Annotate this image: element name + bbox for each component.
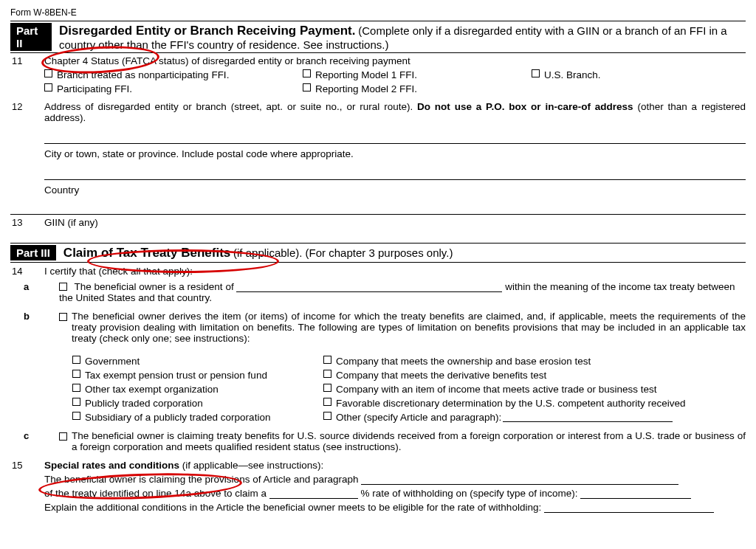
opt-label: Favorable discretionary determination by… — [336, 398, 686, 409]
part3-tag: Part III — [10, 245, 56, 260]
opt-label: Subsidiary of a publicly traded corporat… — [85, 412, 270, 423]
line-12-text-pre: Address of disregarded entity or branch … — [44, 101, 417, 112]
form-id: Form W-8BEN-E — [10, 7, 746, 18]
line-11: 11 Chapter 4 Status (FATCA status) of di… — [10, 53, 746, 99]
checkbox-us-branch[interactable] — [532, 69, 540, 77]
line-12-city: City or town, state or province. Include… — [10, 146, 746, 182]
line-13: 13 GIIN (if any) — [10, 214, 746, 243]
opt-label: Participating FFI. — [57, 83, 132, 94]
checkbox-tax-exempt-pension[interactable] — [72, 370, 80, 378]
line-15-head-rest: (if applicable—see instructions): — [179, 460, 323, 471]
line-15: 15 Special rates and conditions (if appl… — [10, 458, 746, 515]
other-article-blank[interactable] — [503, 412, 673, 422]
checkbox-participating-ffi[interactable] — [44, 83, 52, 92]
line-15-l2b: % rate of withholding on (specify type o… — [360, 488, 580, 499]
line-14a: a The beneficial owner is a resident of … — [10, 279, 746, 305]
opt-label: Publicly traded corporation — [85, 398, 203, 409]
line-14b-options: Government Tax exempt pension trust or p… — [10, 351, 746, 425]
part3-header: Part III Claim of Tax Treaty Benefits (i… — [10, 243, 746, 263]
line-15-num: 15 — [10, 460, 40, 513]
line-13-num: 13 — [10, 217, 40, 228]
checkbox-other-tax-exempt[interactable] — [72, 384, 80, 392]
opt-label: Government — [85, 356, 140, 367]
opt-label: Company with an item of income that meet… — [336, 384, 656, 395]
line-11-label: Chapter 4 Status (FATCA status) of disre… — [44, 55, 746, 66]
opt-label: Tax exempt pension trust or pension fund — [85, 370, 267, 381]
city-input-area[interactable] — [44, 159, 746, 180]
checkbox-other-specify[interactable] — [323, 412, 331, 420]
line-15-l2a: of the treaty identified on line 14a abo… — [44, 488, 269, 499]
line-11-num: 11 — [10, 55, 40, 94]
checkbox-14b[interactable] — [59, 313, 67, 321]
checkbox-reporting-model-2[interactable] — [303, 83, 311, 92]
line-14b-letter: b — [10, 311, 55, 344]
resident-of-blank[interactable] — [236, 282, 502, 292]
part3-sub: (if applicable). (For chapter 3 purposes… — [233, 246, 453, 259]
opt-label: U.S. Branch. — [544, 69, 601, 80]
city-label: City or town, state or province. Include… — [44, 148, 354, 159]
part3-title: Claim of Tax Treaty Benefits — [63, 246, 230, 260]
checkbox-favorable-discretionary[interactable] — [323, 398, 331, 406]
line-12-text-bold: Do not use a P.O. box or in-care-of addr… — [417, 101, 633, 112]
line-14b: b The beneficial owner derives the item … — [10, 308, 746, 346]
line-13-label: GIIN (if any) — [44, 217, 98, 228]
checkbox-government[interactable] — [72, 356, 80, 364]
checkbox-nonparticipating-ffi[interactable] — [44, 69, 52, 77]
checkbox-publicly-traded[interactable] — [72, 398, 80, 406]
checkbox-14a[interactable] — [59, 283, 67, 291]
opt-label: Company that meets the ownership and bas… — [336, 356, 591, 367]
line-14-label: I certify that (check all that apply): — [40, 266, 746, 277]
line-12-num: 12 — [10, 101, 40, 144]
checkbox-subsidiary-ptc[interactable] — [72, 412, 80, 420]
line-15-head-bold: Special rates and conditions — [44, 460, 179, 471]
part2-title: Disregarded Entity or Branch Receiving P… — [59, 24, 356, 38]
line-14a-pre: The beneficial owner is a resident of — [75, 281, 237, 292]
checkbox-reporting-model-1[interactable] — [303, 69, 311, 77]
checkbox-ownership-base-erosion[interactable] — [323, 356, 331, 364]
opt-label: Company that meets the derivative benefi… — [336, 370, 546, 381]
line-14a-letter: a — [10, 281, 55, 303]
part2-header: Part II Disregarded Entity or Branch Rec… — [10, 21, 746, 53]
checkbox-active-trade-business[interactable] — [323, 384, 331, 392]
rate-blank[interactable] — [269, 488, 358, 499]
country-label: Country — [44, 184, 79, 196]
income-type-blank[interactable] — [580, 488, 691, 499]
line-14c-letter: c — [10, 430, 55, 452]
conditions-blank[interactable] — [544, 503, 714, 513]
line-14b-text: The beneficial owner derives the item (o… — [72, 311, 746, 344]
checkbox-derivative-benefits[interactable] — [323, 370, 331, 378]
line-15-l3: Explain the additional conditions in the… — [44, 502, 544, 513]
line-15-l1: The beneficial owner is claiming the pro… — [44, 474, 361, 485]
line-12: 12 Address of disregarded entity or bran… — [10, 99, 746, 146]
opt-label: Other (specify Article and paragraph): — [336, 412, 501, 423]
line-12-country: Country — [10, 182, 746, 214]
checkbox-14c[interactable] — [59, 432, 67, 441]
opt-label: Other tax exempt organization — [85, 384, 219, 395]
line-14-num: 14 — [10, 266, 40, 277]
address-input-area[interactable] — [44, 123, 746, 144]
part2-tag: Part II — [10, 23, 52, 51]
opt-label: Reporting Model 2 FFI. — [315, 83, 417, 94]
line-14c: c The beneficial owner is claiming treat… — [10, 428, 746, 455]
line-14: 14 I certify that (check all that apply)… — [10, 263, 746, 279]
opt-label: Reporting Model 1 FFI. — [315, 69, 417, 80]
article-paragraph-blank[interactable] — [361, 474, 678, 485]
line-14c-text: The beneficial owner is claiming treaty … — [72, 430, 746, 452]
opt-label: Branch treated as nonparticipating FFI. — [57, 69, 229, 80]
